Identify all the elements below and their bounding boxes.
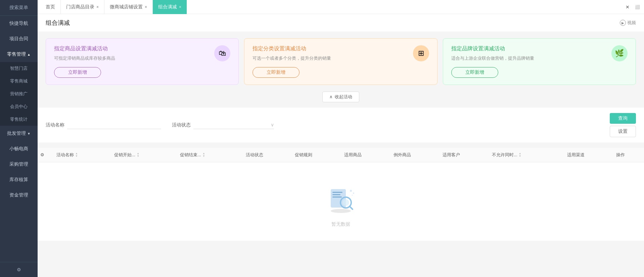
table-header: ⚙活动名称▲▼促销开始...▲▼促销结束...▲▼活动状态促销规则适用商品例外商…: [38, 148, 644, 162]
sidebar-search[interactable]: 搜索菜单: [0, 0, 38, 16]
svg-point-8: [350, 190, 352, 192]
table-gear-icon[interactable]: ⚙: [40, 152, 44, 157]
tab-label-store-catalog: 门店商品目录: [66, 4, 94, 10]
empty-text: 暂无数据: [331, 221, 350, 227]
promo-card-title-specify-category: 指定分类设置满减活动: [252, 45, 429, 52]
promo-card-title-specify-brand: 指定品牌设置满减活动: [451, 45, 628, 52]
page-header: 组合满减 ▶ 视频: [38, 14, 644, 32]
sidebar-item-wholesale-mgmt[interactable]: 批发管理▼: [0, 126, 38, 141]
sort-arrows-activity-name[interactable]: ▲▼: [75, 152, 78, 158]
activity-table: ⚙活动名称▲▼促销开始...▲▼促销结束...▲▼活动状态促销规则适用商品例外商…: [38, 148, 644, 162]
close-window-btn[interactable]: ✕: [624, 3, 631, 11]
th-exception-goods: 例外商品: [391, 148, 440, 162]
promo-card-icon-specify-goods: 🛍: [214, 45, 230, 61]
tab-close-icon-wechat-store-settings[interactable]: ×: [145, 5, 147, 9]
tab-close-icon-combo-discount[interactable]: ×: [179, 5, 181, 9]
sidebar-sub-item-marketing[interactable]: 营销推广: [0, 88, 38, 100]
filter-activity-name: 活动名称: [46, 121, 161, 129]
activity-status-select[interactable]: ∨: [193, 121, 274, 129]
promo-card-specify-goods: 指定商品设置满减活动可指定滞销商品或库存较多商品🛍立即新增: [46, 38, 239, 85]
promo-card-desc-specify-brand: 适合与上游企业联合做营销，提升品牌销量: [451, 55, 628, 62]
gear-icon: ⚙: [17, 267, 21, 272]
svg-rect-4: [332, 197, 342, 198]
th-label-applicable-customer: 适用客户: [443, 152, 460, 157]
th-label-promo-rules: 促销规则: [295, 152, 312, 157]
collapse-bar: ∧ 收起活动: [46, 89, 636, 108]
th-promo-start[interactable]: 促销开始...▲▼: [111, 148, 177, 162]
sidebar-item-purchase-mgmt[interactable]: 采购管理: [0, 157, 38, 172]
promo-card-specify-category: 指定分类设置满减活动可选一个或者多个分类，提升分类的销量⊞立即新增: [244, 38, 437, 85]
filter-actions: 查询 设置: [610, 113, 636, 137]
video-link[interactable]: ▶ 视频: [620, 20, 636, 26]
svg-rect-3: [332, 194, 340, 195]
table-section: ⚙活动名称▲▼促销开始...▲▼促销结束...▲▼活动状态促销规则适用商品例外商…: [38, 148, 644, 241]
svg-rect-2: [332, 192, 342, 193]
video-label: 视频: [627, 20, 636, 26]
chevron-up-icon: ∧: [329, 94, 333, 99]
promo-card-btn-specify-category[interactable]: 立即新增: [252, 67, 300, 78]
th-applicable-goods: 适用商品: [341, 148, 391, 162]
sidebar-sub-item-retail-stats[interactable]: 零售统计: [0, 113, 38, 126]
tab-wechat-store-settings[interactable]: 微商城店铺设置×: [104, 0, 153, 14]
sort-arrows-promo-end[interactable]: ▲▼: [202, 152, 205, 158]
th-label-promo-start: 促销开始...: [114, 152, 135, 157]
sidebar-item-project-contract[interactable]: 项目合同: [0, 31, 38, 47]
activity-status-label: 活动状态: [172, 122, 191, 128]
sort-arrows-promo-start[interactable]: ▲▼: [137, 152, 139, 158]
th-gear: ⚙: [38, 148, 54, 162]
promo-card-desc-specify-category: 可选一个或者多个分类，提升分类的销量: [252, 55, 429, 62]
table-wrapper: ⚙活动名称▲▼促销开始...▲▼促销结束...▲▼活动状态促销规则适用商品例外商…: [38, 148, 644, 162]
tab-bar-right: ✕ ⬜: [624, 3, 641, 11]
play-icon: ▶: [620, 20, 626, 26]
empty-state: 暂无数据: [38, 162, 644, 241]
sidebar-sub-item-member-center[interactable]: 会员中心: [0, 100, 38, 113]
sidebar: 搜索菜单 快捷导航项目合同零售管理▲智慧门店零售商城营销推广会员中心零售统计批发…: [0, 0, 38, 277]
tab-store-catalog[interactable]: 门店商品目录×: [61, 0, 104, 14]
tab-close-icon-store-catalog[interactable]: ×: [96, 5, 99, 9]
activity-name-input[interactable]: [67, 121, 161, 129]
svg-line-7: [350, 206, 353, 209]
th-activity-name[interactable]: 活动名称▲▼: [54, 148, 111, 162]
sidebar-item-xiaoqi-ecommerce[interactable]: 小畅电商: [0, 141, 38, 157]
maximize-window-btn[interactable]: ⬜: [634, 3, 641, 11]
th-label-activity-name: 活动名称: [56, 152, 74, 157]
sidebar-item-quick-nav[interactable]: 快捷导航: [0, 16, 38, 31]
sidebar-item-retail-mgmt[interactable]: 零售管理▲: [0, 47, 38, 62]
th-activity-status: 活动状态: [243, 148, 292, 162]
promo-card-title-specify-goods: 指定商品设置满减活动: [54, 45, 230, 52]
th-not-allow-concurrent[interactable]: 不允许同时...▲▼: [489, 148, 564, 162]
settings-btn[interactable]: 设置: [610, 126, 636, 137]
promo-card-btn-specify-goods[interactable]: 立即新增: [54, 67, 101, 78]
th-promo-rules: 促销规则: [292, 148, 341, 162]
empty-illustration: [324, 182, 358, 216]
th-label-activity-status: 活动状态: [246, 152, 263, 157]
tab-home[interactable]: 首页: [40, 0, 61, 14]
th-label-exception-goods: 例外商品: [394, 152, 411, 157]
tab-label-home: 首页: [46, 4, 55, 10]
page-title: 组合满减: [46, 19, 70, 27]
chevron-icon: ▼: [27, 132, 31, 135]
collapse-activities-btn[interactable]: ∧ 收起活动: [322, 92, 359, 102]
tab-bar: 首页门店商品目录×微商城店铺设置×组合满减× ✕ ⬜: [38, 0, 644, 14]
filter-section: 活动名称 活动状态 ∨ 查询 设置: [38, 108, 644, 143]
promo-card-specify-brand: 指定品牌设置满减活动适合与上游企业联合做营销，提升品牌销量🌿立即新增: [443, 38, 636, 85]
sidebar-sub-item-retail-mall[interactable]: 零售商城: [0, 75, 38, 88]
th-label-applicable-channel: 适用渠道: [567, 152, 585, 157]
query-btn[interactable]: 查询: [610, 113, 636, 124]
collapse-btn-label: 收起活动: [335, 94, 352, 100]
sidebar-item-inventory-calc[interactable]: 库存核算: [0, 172, 38, 187]
promo-card-btn-specify-brand[interactable]: 立即新增: [451, 67, 498, 78]
promo-card-icon-specify-category: ⊞: [413, 45, 429, 61]
th-operation: 操作: [613, 148, 644, 162]
tab-label-wechat-store-settings: 微商城店铺设置: [110, 4, 143, 10]
sidebar-item-capital-mgmt[interactable]: 资金管理: [0, 187, 38, 203]
sort-arrows-not-allow-concurrent[interactable]: ▲▼: [519, 152, 521, 158]
chevron-icon: ▲: [27, 53, 31, 56]
chevron-down-icon: ∨: [271, 122, 274, 127]
tab-combo-discount[interactable]: 组合满减×: [153, 0, 187, 14]
sidebar-settings-btn[interactable]: ⚙: [0, 262, 38, 277]
sidebar-sub-item-smart-store[interactable]: 智慧门店: [0, 62, 38, 75]
th-label-operation: 操作: [616, 152, 625, 157]
th-promo-end[interactable]: 促销结束...▲▼: [177, 148, 243, 162]
svg-point-10: [352, 195, 353, 196]
